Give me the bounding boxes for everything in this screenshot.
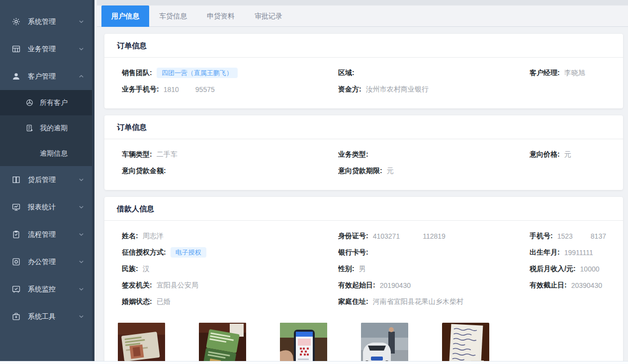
field-issuing-authority: 签发机关: 宜阳县公安局 [122, 277, 338, 293]
loan-info-card: 订单信息 车辆类型: 二手车 业务类型: 意向价格: 元 意向贷款金额: 意向贷… [104, 115, 623, 190]
field-empty [530, 293, 613, 310]
sidebar-item-label: 系统工具 [28, 312, 56, 321]
card-title: 借款人信息 [104, 197, 623, 221]
sidebar-item-office-mgmt[interactable]: 办公管理 [0, 248, 92, 275]
photo-credit-auth-qr[interactable]: 征信授权 [280, 323, 327, 364]
wheel-icon [26, 99, 33, 106]
field-monthly-income: 税后月收入/元: 10000 [530, 261, 613, 277]
sidebar-item-label: 流程管理 [28, 230, 56, 239]
sidebar-item-business-mgmt[interactable]: 业务管理 [0, 35, 92, 63]
field-gender: 性别: 男 [338, 261, 530, 277]
sidebar-item-all-customers[interactable]: 所有客户 [0, 90, 92, 115]
borrower-info-card: 借款人信息 姓名: 周志洋 身份证号: 4103271112819 手机号: 1… [104, 197, 623, 364]
field-business-phone: 业务手机号: 181095575 [122, 81, 338, 97]
field-vehicle-type: 车辆类型: 二手车 [122, 146, 338, 163]
toolbox-icon [12, 312, 20, 321]
card-title: 订单信息 [104, 34, 623, 58]
sidebar-item-my-overdue[interactable]: 我的逾期 [0, 115, 92, 141]
chevron-down-icon [79, 314, 84, 319]
clipboard-icon [12, 230, 20, 239]
book-icon [12, 176, 20, 184]
gear-icon [12, 17, 20, 26]
tab-car-loan-info[interactable]: 车贷信息 [149, 5, 197, 27]
redaction-patch [401, 232, 421, 240]
field-region: 区域: [338, 65, 530, 81]
chevron-down-icon [79, 46, 84, 52]
photo-handwritten-document[interactable]: 其他材料 [442, 323, 489, 364]
tab-loan-application-docs[interactable]: 申贷资料 [197, 5, 245, 27]
top-strip [97, 0, 628, 5]
tab-user-info[interactable]: 用户信息 [101, 5, 149, 27]
photo-id-card[interactable]: 身份证 [118, 323, 165, 364]
tab-bar: 用户信息 车贷信息 申贷资料 审批记录 [97, 5, 628, 27]
sidebar-item-label: 逾期信息 [40, 149, 68, 158]
sidebar-item-label: 客户管理 [28, 72, 56, 81]
field-intent-loan-amount: 意向贷款金额: [122, 163, 338, 179]
chevron-up-icon [79, 74, 84, 79]
field-intent-loan-term: 意向贷款期限: 元 [338, 163, 530, 179]
field-empty [530, 163, 613, 179]
field-bank-card: 银行卡号: [338, 244, 530, 261]
chevron-down-icon [79, 177, 84, 182]
sidebar-item-system-monitor[interactable]: 系统监控 [0, 275, 92, 303]
field-valid-to: 有效截止日: 20390430 [530, 277, 613, 293]
main-content: 订单信息 销售团队: 四团一营（直属王鹏飞） 区域: 客户经理: 李晓旭 业务手… [97, 27, 628, 364]
document-photos: 身份证 [104, 321, 623, 364]
sales-team-tag: 四团一营（直属王鹏飞） [157, 68, 238, 78]
tab-approval-records[interactable]: 审批记录 [245, 5, 292, 27]
field-home-address: 家庭住址: 河南省宜阳县花果山乡木柴村 [338, 293, 530, 310]
sidebar-item-label: 业务管理 [28, 45, 56, 54]
chevron-down-icon [79, 204, 84, 210]
field-intent-price: 意向价格: 元 [530, 146, 613, 163]
sidebar: 系统管理 业务管理 客户管理 所有客户 [0, 0, 94, 361]
field-name: 姓名: 周志洋 [122, 228, 338, 244]
card-title: 订单信息 [104, 115, 623, 139]
chevron-down-icon [79, 19, 84, 24]
sidebar-item-label: 系统监控 [28, 285, 56, 294]
field-birth-date: 出生年月: 19911111 [530, 244, 613, 261]
sidebar-item-label: 报表统计 [28, 203, 56, 212]
sidebar-item-label: 贷后管理 [28, 176, 56, 184]
field-empty [530, 81, 613, 97]
field-valid-from: 有效起始日: 20190430 [338, 277, 530, 293]
field-mobile-phone: 手机号: 15238137 [530, 228, 613, 244]
customer-mgmt-submenu: 所有客户 我的逾期 逾期信息 [0, 90, 92, 166]
sidebar-item-postloan-mgmt[interactable]: 贷后管理 [0, 166, 92, 193]
sidebar-item-system-tools[interactable]: 系统工具 [0, 303, 92, 330]
credit-auth-tag: 电子授权 [171, 247, 206, 258]
sidebar-item-label: 我的逾期 [40, 124, 68, 133]
grid-icon [12, 45, 20, 53]
field-funder: 资金方: 汝州市农村商业银行 [338, 81, 530, 97]
sidebar-item-label: 所有客户 [40, 98, 68, 107]
sidebar-item-customer-mgmt[interactable]: 客户管理 [0, 63, 92, 90]
chevron-down-icon [79, 259, 84, 265]
sidebar-item-label: 办公管理 [28, 258, 56, 267]
office-icon [12, 258, 20, 266]
field-marital-status: 婚姻状态: 已婚 [122, 293, 338, 310]
horizontal-scrollbar[interactable] [0, 361, 628, 364]
sidebar-item-overdue-info[interactable]: 逾期信息 [0, 141, 92, 166]
user-icon [12, 72, 20, 81]
chevron-down-icon [79, 286, 84, 292]
photo-vehicle-registration[interactable]: 车辆登记证 [199, 323, 246, 364]
field-customer-manager: 客户经理: 李晓旭 [530, 65, 613, 81]
screen-check-icon [12, 285, 20, 293]
redaction-patch [574, 232, 589, 240]
field-business-type: 业务类型: [338, 146, 530, 163]
field-id-number: 身份证号: 4103271112819 [338, 228, 530, 244]
field-ethnicity: 民族: 汉 [122, 261, 338, 277]
sidebar-item-process-mgmt[interactable]: 流程管理 [0, 221, 92, 248]
redaction-patch [180, 86, 194, 93]
order-info-card: 订单信息 销售团队: 四团一营（直属王鹏飞） 区域: 客户经理: 李晓旭 业务手… [104, 34, 623, 108]
field-sales-team: 销售团队: 四团一营（直属王鹏飞） [122, 65, 338, 81]
chevron-down-icon [79, 232, 84, 237]
sidebar-item-system-mgmt[interactable]: 系统管理 [0, 8, 92, 35]
sidebar-item-reports[interactable]: 报表统计 [0, 193, 92, 221]
field-credit-auth-method: 征信授权方式: 电子授权 [122, 244, 338, 261]
sidebar-item-label: 系统管理 [28, 17, 56, 26]
monitor-icon [12, 203, 20, 211]
notebook-icon [26, 124, 33, 132]
photo-person-with-car[interactable]: 人车合影 [361, 323, 408, 364]
